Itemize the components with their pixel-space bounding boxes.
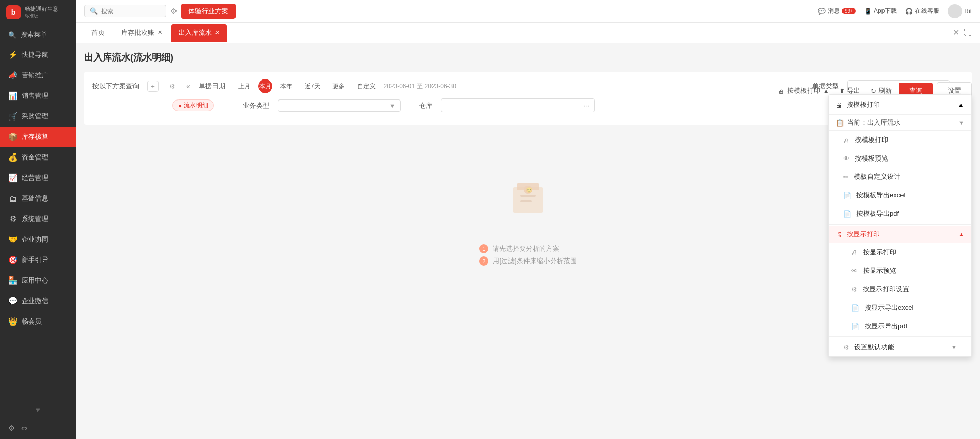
tab-batch-close[interactable]: ✕	[158, 29, 162, 36]
dropdown-title: 按模板打印	[847, 100, 880, 109]
logo: b 畅捷通好生意 标准版	[0, 0, 76, 25]
app-download-icon: 📱	[864, 8, 872, 15]
user-name: Rit	[964, 8, 972, 15]
sidebar-item-label: 系统管理	[22, 214, 48, 224]
date-btn-prev[interactable]: 上月	[233, 80, 255, 93]
dropdown-template-pdf[interactable]: 📄 按模板导出pdf	[829, 205, 971, 223]
topbar-search-input[interactable]	[101, 8, 152, 15]
sidebar-item-operations[interactable]: 📈 经营管理	[0, 168, 76, 188]
sidebar-item-label: 基础信息	[22, 194, 48, 203]
topbar: 🔍 ⚙ 体验行业方案 💬 消息 99+ 📱 App下载 🎧 在线客服 R	[76, 0, 980, 23]
guide-icon: 🎯	[8, 255, 17, 265]
empty-step-2: 2 用[过滤]条件来缩小分析范围	[479, 256, 576, 266]
warehouse-more-icon: ···	[583, 102, 589, 109]
headset-icon: 🎧	[905, 8, 913, 15]
sidebar-item-shortcut[interactable]: ⚡ 快捷导航	[0, 45, 76, 65]
sidebar-item-label: 畅会员	[22, 317, 42, 326]
tab-flow-close[interactable]: ✕	[215, 29, 220, 36]
topbar-search-box[interactable]: 🔍	[84, 5, 166, 17]
sidebar-item-appstore[interactable]: 🏪 应用中心	[0, 270, 76, 291]
sidebar-item-system[interactable]: ⚙ 系统管理	[0, 209, 76, 229]
dropdown-template-print[interactable]: 🖨 按模板打印	[829, 131, 971, 149]
sidebar-item-member[interactable]: 👑 畅会员	[0, 311, 76, 332]
template-excel-label: 按模板导出excel	[856, 191, 905, 200]
dropdown-default-func[interactable]: ⚙ 设置默认功能 ▼	[829, 338, 971, 356]
display-excel-label: 按显示导出excel	[865, 303, 913, 312]
sidebar-item-finance[interactable]: 💰 资金管理	[0, 147, 76, 168]
dropdown-display-pdf[interactable]: 📄 按显示导出pdf	[829, 317, 971, 335]
dropdown-display-excel[interactable]: 📄 按显示导出excel	[829, 298, 971, 317]
tab-home[interactable]: 首页	[84, 24, 112, 42]
sidebar-item-inventory[interactable]: 📦 库存核算	[0, 127, 76, 147]
main-area: 🔍 ⚙ 体验行业方案 💬 消息 99+ 📱 App下载 🎧 在线客服 R	[76, 0, 980, 439]
tab-home-label: 首页	[91, 28, 105, 37]
date-btn-year[interactable]: 本年	[276, 80, 297, 93]
topbar-search-icon: 🔍	[90, 7, 98, 15]
template-print-label: 按模板打印	[855, 135, 888, 145]
dropdown-template-excel[interactable]: 📄 按模板导出excel	[829, 186, 971, 205]
dropdown-header[interactable]: 🖨 按模板打印 ▲	[829, 95, 971, 115]
sidebar-item-basic[interactable]: 🗂 基础信息	[0, 188, 76, 209]
page-content: 出入库流水(流水明细) 🖨 按模板打印 ▲ ⬆ 导出 ↻ 刷新 查询 设置 按以…	[76, 43, 980, 439]
sidebar-item-label: 新手引导	[22, 255, 48, 265]
template-pdf-label: 按模板导出pdf	[856, 209, 899, 218]
sidebar-scroll-down[interactable]: ▼	[0, 403, 76, 417]
dropdown-template-preview[interactable]: 👁 按模板预览	[829, 149, 971, 168]
sidebar-item-label: 库存核算	[22, 132, 48, 142]
online-service-btn[interactable]: 🎧 在线客服	[905, 7, 939, 15]
display-pdf-icon: 📄	[851, 323, 859, 330]
sidebar-item-label: 采购管理	[22, 112, 48, 121]
current-template-label: 当前：出入库流水	[847, 118, 900, 127]
date-btn-custom[interactable]: 自定义	[352, 80, 380, 93]
sidebar-item-marketing[interactable]: 📣 营销推广	[0, 65, 76, 86]
filter-tag-icon: ●	[178, 102, 182, 109]
warehouse-select[interactable]: ···	[441, 98, 595, 112]
sidebar-item-guide[interactable]: 🎯 新手引导	[0, 250, 76, 270]
try-industry-btn[interactable]: 体验行业方案	[181, 4, 236, 19]
sidebar-item-wechat[interactable]: 💬 企业微信	[0, 291, 76, 311]
basic-icon: 🗂	[8, 194, 17, 203]
close-all-btn[interactable]: ✕	[953, 28, 959, 37]
display-print-section-header[interactable]: 🖨 按显示打印 ▲	[829, 226, 971, 243]
sidebar-settings-btn[interactable]: ⚙	[8, 424, 15, 433]
sidebar-expand-btn[interactable]: ⇔	[21, 424, 28, 433]
app-download-label: App下载	[874, 7, 897, 15]
date-btn-current[interactable]: 本月	[258, 79, 272, 93]
filter-add-btn[interactable]: +	[147, 81, 159, 92]
member-icon: 👑	[8, 317, 17, 326]
filter-collapse-btn[interactable]: «	[186, 82, 190, 90]
filter-settings-btn[interactable]: ⚙	[167, 81, 178, 92]
search-icon: 🔍	[8, 31, 16, 39]
date-btn-7days[interactable]: 近7天	[300, 80, 325, 93]
dropdown-display-settings[interactable]: ⚙ 按显示打印设置	[829, 280, 971, 298]
date-btn-more[interactable]: 更多	[328, 80, 349, 93]
template-icon: 📋	[836, 119, 844, 127]
business-type-select[interactable]: ▼	[278, 99, 401, 112]
sidebar-item-enterprise[interactable]: 🤝 企业协同	[0, 229, 76, 250]
tab-flow[interactable]: 出入库流水 ✕	[171, 24, 227, 42]
print-template-btn[interactable]: 🖨 按模板打印 ▲	[775, 84, 832, 97]
user-avatar[interactable]: Rit	[948, 4, 972, 18]
active-filter-tag[interactable]: ● 流水明细	[172, 99, 214, 111]
topbar-left: 🔍 ⚙ 体验行业方案	[84, 4, 812, 19]
sidebar-item-search[interactable]: 🔍 搜索菜单	[0, 25, 76, 45]
logo-badge: 标准版	[25, 13, 58, 19]
tab-batch[interactable]: 库存批次账 ✕	[114, 24, 169, 42]
print-label: 按模板打印	[787, 86, 820, 95]
sidebar-item-purchase[interactable]: 🛒 采购管理	[0, 106, 76, 127]
inventory-icon: 📦	[8, 132, 17, 142]
filter-label: 按以下方案查询	[92, 82, 139, 91]
sidebar-item-sales[interactable]: 📊 销售管理	[0, 86, 76, 106]
dropdown-divider	[829, 224, 971, 225]
message-btn[interactable]: 💬 消息 99+	[818, 7, 856, 15]
dropdown-display-preview[interactable]: 👁 按显示预览	[829, 262, 971, 280]
sidebar-item-label: 企业微信	[22, 296, 48, 306]
dropdown-display-print[interactable]: 🖨 按显示打印	[829, 243, 971, 262]
app-download-btn[interactable]: 📱 App下载	[864, 7, 897, 15]
dropdown-template-custom[interactable]: ✏ 模板自定义设计	[829, 168, 971, 186]
maximize-btn[interactable]: ⛶	[964, 28, 972, 37]
message-label: 消息	[828, 7, 840, 15]
sidebar: b 畅捷通好生意 标准版 🔍 搜索菜单 ⚡ 快捷导航 📣 营销推广 📊 销售管理…	[0, 0, 76, 439]
topbar-gear-icon[interactable]: ⚙	[170, 7, 177, 16]
tab-flow-label: 出入库流水	[179, 28, 212, 37]
